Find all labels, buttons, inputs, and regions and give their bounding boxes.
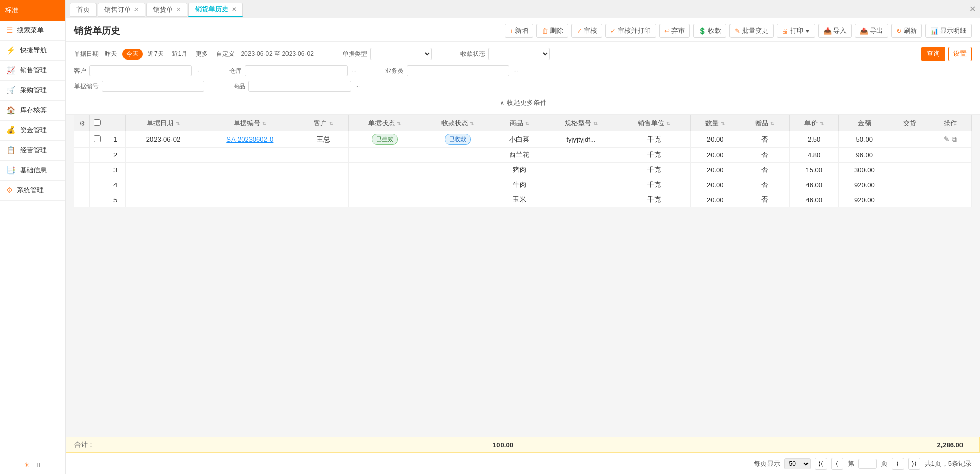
docno-link[interactable]: SA-20230602-0 — [226, 135, 273, 143]
tab-sales-history[interactable]: 销货单历史 ✕ — [188, 3, 243, 17]
audit-button[interactable]: ✓ 审核 — [571, 24, 602, 38]
customer-input[interactable] — [89, 65, 192, 76]
staff-input[interactable] — [407, 65, 509, 76]
payment-status-select[interactable] — [488, 48, 550, 60]
sidebar-item-operation-mgmt[interactable]: 📋 经营管理 — [0, 141, 65, 161]
refresh-button[interactable]: ↻ 刷新 — [891, 24, 922, 38]
sidebar-item-search-menu[interactable]: ☰ 搜索菜单 — [0, 21, 65, 41]
settings-button-label: 设置 — [953, 49, 967, 58]
abandon-button[interactable]: ↩ 弃审 — [659, 24, 690, 38]
row-price: 46.00 — [790, 192, 839, 207]
date-btn-custom[interactable]: 自定义 — [213, 49, 238, 60]
sidebar-item-fund-mgmt[interactable]: 💰 资金管理 — [0, 121, 65, 141]
sidebar-item-quick-nav[interactable]: ⚡ 快捷导航 — [0, 41, 65, 61]
filter-row-1: 单据日期 昨天 今天 近7天 近1月 更多 自定义 2023-06-02 至 2… — [74, 47, 972, 61]
sidebar-item-purchase-mgmt[interactable]: 🛒 采购管理 — [0, 81, 65, 101]
page-number-input[interactable]: 1 — [858, 459, 877, 469]
sort-goods-icon: ⇅ — [525, 121, 529, 126]
col-doc-status[interactable]: 单据状态 ⇅ — [348, 115, 421, 131]
goods-dots[interactable]: ··· — [355, 83, 360, 89]
add-button[interactable]: + 新增 — [505, 24, 534, 38]
tab-home[interactable]: 首页 — [70, 3, 97, 17]
sidebar-item-system-mgmt[interactable]: ⚙ 系统管理 — [0, 181, 65, 201]
tab-sales-history-close[interactable]: ✕ — [232, 6, 236, 13]
filter-date: 单据日期 昨天 今天 近7天 近1月 更多 自定义 2023-06-02 至 2… — [74, 49, 314, 60]
delete-button[interactable]: 🗑 删除 — [536, 24, 568, 38]
table-row: 1 2023-06-02 SA-20230602-0 王总 已生效 已收款 小白… — [74, 131, 972, 148]
col-docno[interactable]: 单据编号 ⇅ — [201, 115, 299, 131]
row-amount: 920.00 — [839, 177, 890, 192]
row-doc-status — [348, 163, 421, 177]
sidebar-item-purchase-mgmt-label: 采购管理 — [20, 86, 47, 95]
col-date[interactable]: 单据日期 ⇅ — [126, 115, 201, 131]
sidebar-item-basic-info[interactable]: 📑 基础信息 — [0, 161, 65, 181]
last-page-button[interactable]: ⟩⟩ — [908, 458, 920, 470]
collect-button[interactable]: 💲 收款 — [693, 24, 726, 38]
row-gift: 否 — [740, 148, 789, 163]
col-settings[interactable]: ⚙ — [74, 115, 90, 131]
doc-type-select[interactable] — [370, 48, 432, 60]
first-page-button[interactable]: ⟨⟨ — [815, 458, 827, 470]
date-btn-more[interactable]: 更多 — [193, 49, 211, 60]
batch-change-button[interactable]: ✎ 批量变更 — [729, 24, 774, 38]
date-btn-1month[interactable]: 近1月 — [169, 49, 191, 60]
date-btn-today[interactable]: 今天 — [122, 49, 143, 60]
sidebar-item-sales-mgmt[interactable]: 📈 销售管理 — [0, 61, 65, 81]
show-detail-button[interactable]: 📊 显示明细 — [925, 24, 972, 38]
tab-bar-close-all[interactable]: ✕ — [969, 4, 976, 14]
page-label-pre: 第 — [848, 459, 854, 468]
collapse-button[interactable]: ∧ 收起更多条件 — [74, 96, 972, 109]
col-gift[interactable]: 赠品 ⇅ — [740, 115, 789, 131]
sort-pay-status-icon: ⇅ — [470, 121, 474, 126]
warehouse-dots[interactable]: ··· — [352, 68, 356, 74]
col-spec[interactable]: 规格型号 ⇅ — [545, 115, 618, 131]
export-button[interactable]: 📤 导出 — [855, 24, 888, 38]
sort-date-icon: ⇅ — [176, 121, 180, 126]
edit-icon[interactable]: ✎ — [944, 135, 950, 143]
settings-button[interactable]: 设置 — [948, 47, 972, 61]
tab-sales-order-close[interactable]: ✕ — [134, 6, 139, 13]
sidebar-header-label: 标准 — [5, 6, 18, 15]
sidebar-item-inventory-calc[interactable]: 🏠 库存核算 — [0, 101, 65, 121]
docno-input[interactable] — [102, 81, 204, 92]
row-settings — [74, 177, 90, 192]
goods-input[interactable] — [248, 81, 351, 92]
col-unit[interactable]: 销售单位 ⇅ — [618, 115, 690, 131]
audit-print-button[interactable]: ✓ 审核并打印 — [605, 24, 656, 38]
copy-icon[interactable]: ⧉ — [952, 135, 957, 143]
delete-icon: 🗑 — [542, 27, 548, 35]
staff-dots[interactable]: ··· — [513, 68, 518, 74]
sidebar-footer-icon2[interactable]: ⏸ — [35, 461, 42, 469]
per-page-select[interactable]: 50 100 200 — [784, 458, 811, 469]
row-action — [929, 148, 972, 163]
row-qty: 20.00 — [690, 177, 740, 192]
row-select-checkbox[interactable] — [94, 135, 101, 142]
tab-sales-order[interactable]: 销售订单 ✕ — [98, 3, 145, 17]
date-btn-yesterday[interactable]: 昨天 — [102, 49, 120, 60]
next-page-button[interactable]: ⟩ — [892, 458, 904, 470]
col-pay-status[interactable]: 收款状态 ⇅ — [421, 115, 494, 131]
col-customer[interactable]: 客户 ⇅ — [299, 115, 348, 131]
sidebar-footer-icon1[interactable]: ☀ — [24, 461, 30, 469]
col-price[interactable]: 单价 ⇅ — [790, 115, 839, 131]
prev-page-button[interactable]: ⟨ — [831, 458, 843, 470]
col-qty[interactable]: 数量 ⇅ — [690, 115, 740, 131]
date-btn-7days[interactable]: 近7天 — [145, 49, 167, 60]
row-goods: 牛肉 — [494, 177, 545, 192]
col-amount: 金额 — [839, 115, 890, 131]
row-docno[interactable]: SA-20230602-0 — [201, 131, 299, 148]
select-all-checkbox[interactable] — [94, 119, 101, 126]
print-button[interactable]: 🖨 打印 ▼ — [777, 24, 815, 38]
sidebar-item-search-menu-label: 搜索菜单 — [17, 26, 44, 35]
import-icon: 📥 — [823, 27, 832, 35]
quick-nav-icon: ⚡ — [6, 46, 16, 55]
sort-customer-icon: ⇅ — [329, 121, 333, 126]
staff-label: 业务员 — [385, 67, 403, 75]
warehouse-input[interactable] — [245, 65, 348, 76]
col-goods[interactable]: 商品 ⇅ — [494, 115, 545, 131]
query-button[interactable]: 查询 — [921, 47, 945, 61]
import-button[interactable]: 📥 导入 — [818, 24, 852, 38]
tab-sales-goods[interactable]: 销货单 ✕ — [146, 3, 187, 17]
tab-sales-goods-close[interactable]: ✕ — [176, 6, 181, 13]
customer-dots[interactable]: ··· — [196, 68, 201, 74]
